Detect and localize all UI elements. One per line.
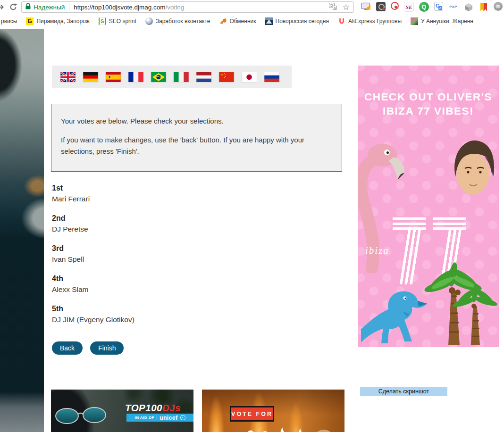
background-photo [0, 29, 44, 432]
seosprint-favicon: S [99, 17, 106, 25]
back-button[interactable]: Back [52, 341, 83, 355]
green-q-extension-icon[interactable]: Q [419, 2, 429, 12]
p2p-extension-icon[interactable]: P2P [448, 2, 458, 12]
vote-list: 1st Mari Ferrari 2nd DJ Peretse 3rd Ivan… [52, 183, 250, 334]
flag-germany-icon[interactable] [83, 72, 98, 82]
address-bar[interactable]: Надежный https://top100djsvote.djmag.com… [21, 1, 354, 13]
top100djs-banner[interactable]: TOP100DJs IN AID OF unicef [51, 390, 193, 432]
aliexpress-favicon [338, 17, 345, 25]
red-badge-extension-icon[interactable] [391, 2, 399, 10]
in-aid-of-label: IN AID OF [134, 415, 154, 420]
bookmark-flag-extension-icon[interactable] [479, 2, 488, 12]
unicef-logo-icon [180, 415, 185, 420]
bookmark-item-aliexpress[interactable]: AliExpress Групповы [338, 17, 402, 25]
flag-italy-icon[interactable] [174, 72, 189, 82]
omnibox-divider [69, 3, 69, 11]
vote-position: 3rd [52, 243, 250, 254]
flag-netherlands-icon[interactable] [196, 72, 211, 82]
vote-item-3: 3rd Ivan Spell [52, 243, 250, 265]
top100djs-logo: TOP100DJs [125, 402, 181, 414]
mountain-favicon [265, 17, 273, 25]
ud-extension-icon[interactable]: UD [494, 2, 503, 11]
ad-title-line-1: CHECK OUT OLIVER'S [358, 90, 499, 104]
bookmark-label: Пирамида, Запорож [36, 18, 89, 25]
vote-item-5: 5th DJ JIM (Evgeny Glotikov) [52, 304, 250, 325]
vote-item-1: 1st Mari Ferrari [52, 183, 250, 204]
lightshot-extension-icon[interactable] [361, 2, 371, 12]
flag-brazil-icon[interactable] [151, 72, 166, 82]
vote-position: 5th [52, 304, 250, 314]
bookmark-item-seosprint[interactable]: S SEO sprint [99, 17, 136, 25]
flag-uk-icon[interactable] [60, 72, 76, 82]
unicef-bar: IN AID OF unicef [126, 414, 193, 422]
palm-trees-illustration [421, 261, 499, 347]
reload-icon[interactable] [9, 3, 17, 13]
photo-favicon [411, 17, 418, 25]
vote-position: 4th [52, 274, 250, 284]
bookmark-label: SEO sprint [109, 18, 136, 25]
vote-position: 1st [52, 183, 250, 193]
script-lettering-illustration [202, 390, 344, 432]
camera-extension-icon[interactable] [376, 2, 386, 11]
finish-button[interactable]: Finish [90, 341, 124, 355]
form-buttons: Back Finish [52, 341, 124, 355]
cube-extension-icon[interactable] [463, 2, 473, 12]
squirrel-favicon [219, 17, 227, 25]
logo-djs: DJs [162, 402, 181, 413]
bookmark-item-obmennik[interactable]: Обменник [219, 17, 256, 25]
flag-china-icon[interactable] [219, 72, 234, 82]
translate-extension-icon[interactable]: GA [434, 2, 443, 11]
forward-icon[interactable] [0, 3, 5, 13]
page-content: Your votes are below. Please check your … [0, 29, 504, 432]
flag-russia-icon[interactable] [264, 72, 279, 82]
bookmarks-bar: рвисы Б Пирамида, Запорож S SEO sprint З… [0, 14, 504, 28]
vote-item-2: 2nd DJ Peretse [52, 213, 250, 234]
vote-for-banner[interactable]: VOTE FOR [202, 390, 344, 432]
url-text: https://top100djsvote.djmag.com/voting [74, 4, 184, 11]
flag-france-icon[interactable] [128, 72, 143, 82]
ad-title: CHECK OUT OLIVER'S IBIZA 77 VIBES! [358, 90, 499, 118]
take-screenshot-button[interactable]: Сделать скриншот [360, 387, 447, 396]
logo-top100: TOP100 [125, 402, 162, 413]
bookmark-label: Обменник [229, 18, 256, 25]
bookmark-item-zarabotok[interactable]: Заработок вконтакте [145, 17, 210, 25]
seoquake-extension-icon[interactable]: SE [404, 2, 414, 12]
bookmark-label: Заработок вконтакте [156, 18, 210, 25]
translate-page-icon[interactable] [329, 3, 337, 12]
browser-toolbar: Надежный https://top100djsvote.djmag.com… [0, 0, 504, 14]
flag-spain-icon[interactable] [106, 72, 121, 82]
secure-label: Надежный [34, 4, 65, 11]
language-flags-bar [52, 66, 292, 88]
bookmark-item-piramida[interactable]: Б Пирамида, Запорож [26, 17, 89, 25]
sunglasses-illustration [54, 404, 110, 429]
extensions-row: SE Q GA P2P UD [361, 2, 503, 12]
bookmark-star-icon[interactable]: ☆ [343, 3, 350, 11]
bookmark-label: рвисы [1, 18, 17, 25]
bookmark-item-novorossiya[interactable]: Новороссия сегодня [265, 17, 329, 25]
flag-japan-icon[interactable] [242, 72, 257, 82]
vote-position: 2nd [52, 213, 250, 224]
bookmark-label: Новороссия сегодня [276, 18, 329, 25]
unicef-label: unicef [160, 415, 178, 421]
dj-face-illustration [447, 137, 498, 201]
notice-line-1: Your votes are below. Please check your … [61, 116, 332, 126]
bookmark-item-services[interactable]: рвисы [1, 18, 17, 25]
pyramid-favicon: Б [26, 17, 34, 25]
vote-name: Alexx Slam [52, 284, 250, 295]
unicef-divider [157, 415, 157, 420]
vote-name: Mari Ferrari [52, 193, 250, 204]
ad-title-line-2: IBIZA 77 VIBES! [358, 104, 499, 118]
secure-lock-icon [25, 3, 31, 11]
notice-line-2: If you want to make changes, use the 'ba… [61, 134, 332, 157]
vote-item-4: 4th Alexx Slam [52, 274, 250, 295]
bookmark-item-annushka[interactable]: У Аннушки: Жаренн [411, 17, 473, 25]
url-host: https://top100djsvote.djmag.com [74, 4, 165, 11]
ibiza-77-ad[interactable]: CHECK OUT OLIVER'S IBIZA 77 VIBES! [358, 66, 499, 347]
vote-name: DJ Peretse [52, 224, 250, 234]
bookmark-label: AliExpress Групповы [348, 18, 402, 25]
vote-name: DJ JIM (Evgeny Glotikov) [52, 314, 250, 325]
vote-name: Ivan Spell [52, 254, 250, 265]
url-path: /voting [166, 4, 185, 11]
globe-favicon [145, 17, 153, 25]
votes-notice-box: Your votes are below. Please check your … [51, 104, 342, 172]
